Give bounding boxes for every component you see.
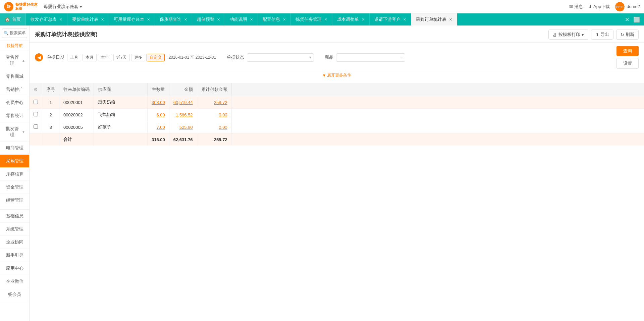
col-supplier-code: 往来单位编码 xyxy=(59,83,94,96)
close-icon[interactable]: ✕ xyxy=(217,17,220,22)
sidebar-item-retail-stats[interactable]: 零售统计 xyxy=(0,109,29,122)
query-btn-area: 查询 设置 xyxy=(616,46,639,69)
row-no: 2 xyxy=(42,109,59,121)
tab-purchase-summary[interactable]: 采购订单统计表 ✕ xyxy=(411,13,457,25)
refresh-btn[interactable]: ↻ 刷新 xyxy=(616,30,639,40)
btn-last-month[interactable]: 上月 xyxy=(67,54,81,61)
close-icon[interactable]: ✕ xyxy=(324,17,327,22)
paid-amount-link[interactable]: 0.00 xyxy=(219,125,227,130)
message-btn[interactable]: ✉ 消息 xyxy=(569,4,583,10)
amount-link[interactable]: 1,586.52 xyxy=(176,112,193,117)
tab-config-info[interactable]: 配置信息 ✕ xyxy=(258,13,291,25)
close-icon[interactable]: ✕ xyxy=(449,17,452,22)
tab-available-stock[interactable]: 可用量库存账本 ✕ xyxy=(109,13,155,25)
sidebar-item-app-center[interactable]: 应用中心 xyxy=(0,262,29,275)
paid-amount-link[interactable]: 259.72 xyxy=(214,100,227,105)
chevron-up-icon: ▲ xyxy=(22,59,25,62)
close-icon[interactable]: ✕ xyxy=(101,17,104,22)
more-options-icon[interactable]: ··· xyxy=(400,55,404,60)
row-checkbox[interactable] xyxy=(30,109,42,121)
export-btn[interactable]: ⬆ 导出 xyxy=(591,30,613,40)
main-layout: 🔍 搜索菜单 快捷导航 零售管理 ▲ 零售商城 营销推广 会员中心 零售统计 批… xyxy=(0,25,644,321)
tab-invite-downstream[interactable]: 邀请下游客户 ✕ xyxy=(370,13,411,25)
close-icon[interactable]: ✕ xyxy=(403,17,406,22)
print-icon: 🖨 xyxy=(553,32,557,37)
search-menu-btn[interactable]: 🔍 搜索菜单 xyxy=(2,28,27,38)
query-btn[interactable]: 查询 xyxy=(616,46,639,56)
top-bar-left: 好 畅捷通好生意 标图 母婴行业演示账套 ▾ xyxy=(4,2,85,11)
settings-btn[interactable]: 设置 xyxy=(616,58,639,69)
search-icon: 🔍 xyxy=(4,31,9,36)
sidebar-item-vip-member[interactable]: 畅会员 xyxy=(0,288,29,301)
sidebar-item-member-center[interactable]: 会员中心 xyxy=(0,96,29,109)
tab-home[interactable]: 🏠 首页 xyxy=(0,13,26,25)
user-area[interactable]: demo2 demo2 xyxy=(615,2,640,11)
btn-last-7-days[interactable]: 近7天 xyxy=(113,54,130,61)
row-amount: 525.80 xyxy=(169,121,197,133)
paid-amount-link[interactable]: 0.00 xyxy=(219,112,227,117)
quantity-link[interactable]: 303.00 xyxy=(152,100,165,105)
filter-row-1: ◀ 单据日期 上月 本月 本年 近7天 更多 自定义 2016-01-01 至 … xyxy=(35,46,639,69)
top-bar-right: ✉ 消息 ⬇ App下载 demo2 demo2 xyxy=(569,2,640,11)
sidebar-item-stock-verify[interactable]: 库存核算 xyxy=(0,168,29,181)
chevron-down-icon: ▾ xyxy=(80,4,82,9)
expand-more-btn[interactable]: ▼ 展开更多条件 xyxy=(322,72,352,78)
nav-close-btn[interactable]: ✕ xyxy=(624,16,631,23)
close-icon[interactable]: ✕ xyxy=(362,17,365,22)
tab-function-desc[interactable]: 功能说明 ✕ xyxy=(225,13,258,25)
quick-nav-btn[interactable]: 快捷导航 xyxy=(0,41,29,51)
template-print-btn[interactable]: 🖨 按模板打印 ▾ xyxy=(548,30,588,40)
quantity-link[interactable]: 6.00 xyxy=(156,112,165,117)
sidebar-item-basic-info[interactable]: 基础信息 xyxy=(0,210,29,223)
sidebar-item-marketing[interactable]: 营销推广 xyxy=(0,83,29,96)
sidebar-item-sys-mgmt[interactable]: 系统管理 xyxy=(0,223,29,236)
sidebar-item-ops-mgmt[interactable]: 经营管理 xyxy=(0,194,29,207)
sidebar-item-new-guide[interactable]: 新手引导 xyxy=(0,249,29,262)
close-icon[interactable]: ✕ xyxy=(184,17,187,22)
btn-this-year[interactable]: 本年 xyxy=(98,54,112,61)
close-icon[interactable]: ✕ xyxy=(59,17,62,22)
close-icon[interactable]: ✕ xyxy=(147,17,150,22)
table-row: 3 00020005 好孩子 7.00 525.80 0.00 xyxy=(30,121,644,133)
table-row: 2 00020002 飞鹤奶粉 6.00 1,586.52 0.00 xyxy=(30,109,644,121)
sidebar-item-enterprise-collab[interactable]: 企业协同 xyxy=(0,236,29,249)
btn-this-month[interactable]: 本月 xyxy=(83,54,97,61)
filter-toggle-btn[interactable]: ◀ xyxy=(35,53,43,61)
sidebar-item-retail-mall[interactable]: 零售商城 xyxy=(0,70,29,83)
amount-link[interactable]: 60,519.44 xyxy=(173,100,193,105)
nav-expand-btn[interactable]: ⬜ xyxy=(632,16,641,23)
tab-pick-task[interactable]: 拣货任务管理 ✕ xyxy=(291,13,332,25)
row-quantity: 7.00 xyxy=(148,121,169,133)
btn-more-date[interactable]: 更多 xyxy=(131,54,145,61)
app-download-btn[interactable]: ⬇ App下载 xyxy=(588,4,610,10)
row-amount: 1,586.52 xyxy=(169,109,197,121)
avatar: demo2 xyxy=(615,2,625,11)
gear-icon[interactable]: ⚙ xyxy=(34,87,38,92)
row-checkbox[interactable] xyxy=(30,96,42,109)
close-icon[interactable]: ✕ xyxy=(283,17,286,22)
sidebar-item-purchase-mgmt[interactable]: 采购管理 xyxy=(0,155,29,168)
goods-input[interactable] xyxy=(336,53,405,62)
sidebar-item-fund-mgmt[interactable]: 资金管理 xyxy=(0,181,29,194)
close-icon[interactable]: ✕ xyxy=(250,17,253,22)
tab-receive-summary[interactable]: 收发存汇总表 ✕ xyxy=(26,13,67,25)
status-select[interactable] xyxy=(247,53,314,62)
tab-warranty-query[interactable]: 保质期查询 ✕ xyxy=(155,13,192,25)
tab-cost-adjust[interactable]: 成本调整单 ✕ xyxy=(332,13,370,25)
sidebar-search-area: 🔍 搜索菜单 xyxy=(0,25,29,41)
tab-overstock-warning[interactable]: 超储预警 ✕ xyxy=(192,13,225,25)
row-quantity: 6.00 xyxy=(148,109,169,121)
page-content: 采购订单统计表(按供应商) 🖨 按模板打印 ▾ ⬆ 导出 ↻ 刷新 xyxy=(30,25,644,321)
quantity-link[interactable]: 7.00 xyxy=(156,125,165,130)
row-checkbox[interactable] xyxy=(30,121,42,133)
tab-requisition-summary[interactable]: 要货单统计表 ✕ xyxy=(67,13,109,25)
btn-custom-date[interactable]: 自定义 xyxy=(147,54,165,61)
sidebar-item-enterprise-wx[interactable]: 企业微信 xyxy=(0,275,29,288)
table-row: 1 00020001 惠氏奶粉 303.00 60,519.44 259.72 xyxy=(30,96,644,109)
amount-link[interactable]: 525.80 xyxy=(179,125,193,130)
sidebar-item-retail-management[interactable]: 零售管理 ▲ xyxy=(0,51,29,70)
sidebar-item-wholesale-mgmt[interactable]: 批发管理 ▼ xyxy=(0,122,29,142)
top-bar: 好 畅捷通好生意 标图 母婴行业演示账套 ▾ ✉ 消息 ⬇ App下载 demo… xyxy=(0,0,644,13)
sidebar-item-ecom-mgmt[interactable]: 电商管理 xyxy=(0,142,29,155)
workspace-selector[interactable]: 母婴行业演示账套 ▾ xyxy=(41,2,85,11)
